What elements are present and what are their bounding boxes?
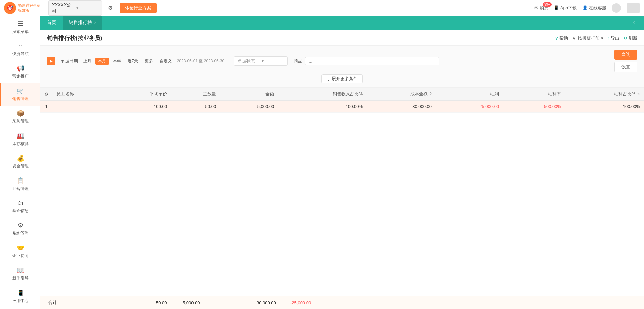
shortcut-icon: ⌂ (19, 43, 23, 50)
trial-button[interactable]: 体验行业方案 (120, 3, 157, 13)
sidebar-item-shortcut[interactable]: ⌂快捷导航 (0, 39, 40, 61)
settings-icon[interactable]: ⚙ (105, 3, 116, 13)
settings-button[interactable]: 设置 (614, 62, 637, 72)
sidebar-item-apps[interactable]: 📱应用中心 (0, 285, 40, 308)
cell-index: 1 (40, 101, 52, 113)
cell-amount: 5,000.00 (220, 101, 278, 113)
logo-text: 畅康通好生意 标准版 (18, 3, 40, 13)
cell-quantity: 50.00 (171, 101, 220, 113)
sidebar-item-guide[interactable]: 📖新手引导 (0, 263, 40, 285)
shortcut-label: 快捷导航 (12, 51, 29, 57)
apps-label: 应用中心 (12, 298, 29, 304)
tab-maximize-btn[interactable]: □ (638, 20, 641, 26)
date-opt-this-month[interactable]: 本月 (95, 58, 109, 65)
tab-close-icon[interactable]: × (94, 20, 96, 25)
date-range-display: 2023-06-01 至 2023-06-30 (177, 58, 224, 64)
sidebar-item-basic[interactable]: 🗂基础信息 (0, 196, 40, 218)
date-opt-prev-month[interactable]: 上月 (81, 58, 94, 65)
expand-label: 展开更多条件 (332, 76, 358, 82)
footer-label: 合计 (44, 300, 112, 306)
sidebar-item-search[interactable]: ☰搜索菜单 (0, 16, 40, 39)
sidebar-item-system[interactable]: ⚙系统管理 (0, 218, 40, 240)
sidebar-item-enterprise[interactable]: 🤝企业协同 (0, 240, 40, 263)
status-filter[interactable]: 单据状态 ▾ (234, 56, 288, 66)
sidebar-item-sales[interactable]: 🛒销售管理 (0, 83, 40, 106)
th-profit-rate: 毛利率 (503, 88, 565, 101)
status-label: 单据状态 (238, 58, 260, 64)
basic-label: 基础信息 (12, 208, 29, 214)
messages-badge: 99+ (543, 2, 552, 7)
footer-profit-val: -25,000.00 (286, 300, 320, 305)
avatar[interactable] (612, 3, 621, 13)
message-icon: ✉ (534, 5, 538, 10)
sidebar-item-purchase[interactable]: 📦采购管理 (0, 106, 40, 128)
refresh-button[interactable]: ↻ 刷新 (624, 35, 637, 41)
print-icon: 🖨 (572, 36, 576, 41)
app-download-button[interactable]: 📱 App下载 (554, 5, 577, 11)
help-icon: ? (555, 36, 558, 41)
cell-cost: 30,000.00 (367, 101, 436, 113)
filter-collapse-btn[interactable]: ▶ (47, 57, 55, 65)
online-service-button[interactable]: 👤 在线客服 (582, 5, 606, 11)
expand-button[interactable]: ⌄ 展开更多条件 (321, 74, 363, 83)
refresh-icon: ↻ (624, 36, 627, 41)
sales-icon: 🛒 (17, 87, 24, 95)
guide-label: 新手引导 (12, 275, 29, 281)
th-cost: 成本全额 ? (367, 88, 436, 101)
company-selector[interactable]: XXXXX公司 ▾ (48, 0, 102, 16)
tab-close-btn[interactable]: × (632, 20, 635, 26)
cell-sales-ratio: 100.00% (278, 101, 367, 113)
profit-ratio-sort-icon[interactable]: ⇅ (637, 92, 640, 96)
table-header: ⚙ 员工名称 平均单价 主数量 全额 销售收入占比% 成本全额 ? 毛利 毛利率 (40, 88, 644, 101)
operations-icon: 📋 (17, 177, 24, 185)
app-download-label: App下载 (560, 5, 577, 11)
tab-home[interactable]: 首页 (40, 16, 63, 30)
th-name: 员工名称 (52, 88, 112, 101)
date-opt-more[interactable]: 更多 (142, 58, 156, 65)
sidebar-item-marketing[interactable]: 📢营销推广 (0, 61, 40, 83)
filter-bar: ▶ 单据日期 上月 本月 本年 近7天 更多 自定义 2023-06-01 至 … (40, 46, 644, 88)
content-area: 首页 销售排行榜 × × □ 销售排行榜(按业务员) ? 帮助 (40, 16, 644, 309)
table-body: 1 100.00 50.00 5,000.00 100.00% 30,000.0… (40, 101, 644, 113)
date-opt-custom[interactable]: 自定义 (157, 58, 174, 65)
logo: 🎯 畅康通好生意 标准版 (4, 2, 44, 14)
print-button[interactable]: 🖨 按模板打印 ▾ (572, 35, 603, 41)
user-info[interactable] (627, 3, 640, 13)
date-opt-this-year[interactable]: 本年 (110, 58, 124, 65)
sidebar-item-wechat[interactable]: 💬企业微信 (0, 308, 40, 309)
tab-label: 销售排行榜 (69, 20, 92, 26)
search-icon: ☰ (18, 20, 23, 28)
operations-label: 经营管理 (12, 186, 29, 192)
sales-label: 销售管理 (12, 96, 29, 102)
apps-icon: 📱 (17, 289, 24, 297)
tab-bar: 首页 销售排行榜 × × □ (40, 16, 644, 30)
date-options: 上月 本月 本年 近7天 更多 自定义 (81, 58, 174, 65)
help-button[interactable]: ? 帮助 (555, 35, 568, 41)
export-icon: ↑ (607, 36, 610, 41)
online-service-label: 在线客服 (589, 5, 606, 11)
page-header-actions: ? 帮助 🖨 按模板打印 ▾ ↑ 导出 ↻ 刷新 (555, 35, 637, 41)
sidebar-item-inventory[interactable]: 🏭库存核算 (0, 128, 40, 151)
marketing-icon: 📢 (17, 65, 24, 72)
date-opt-7days[interactable]: 近7天 (125, 58, 141, 65)
cell-profit: -25,000.00 (436, 101, 503, 113)
th-profit: 毛利 (436, 88, 503, 101)
sidebar-item-finance[interactable]: 💰资金管理 (0, 151, 40, 173)
download-icon: 📱 (554, 5, 559, 10)
goods-filter[interactable]: ... (305, 57, 439, 65)
tab-sales-ranking[interactable]: 销售排行榜 × (63, 16, 102, 30)
query-button[interactable]: 查询 (614, 50, 637, 60)
export-button[interactable]: ↑ 导出 (607, 35, 620, 41)
inventory-label: 库存核算 (12, 141, 29, 147)
cost-help-icon[interactable]: ? (429, 92, 432, 96)
sidebar-item-operations[interactable]: 📋经营管理 (0, 173, 40, 196)
company-name: XXXXX公司 (52, 2, 74, 14)
print-arrow: ▾ (601, 36, 603, 41)
date-filter-label: 单据日期 (60, 58, 78, 64)
cell-name (52, 101, 112, 113)
messages-button[interactable]: ✉ 消息 99+ (534, 5, 548, 11)
th-avg-price: 平均单价 (112, 88, 171, 101)
tab-bar-right: × □ (632, 20, 644, 26)
cell-avg-price: 100.00 (112, 101, 171, 113)
main-layout: ☰搜索菜单⌂快捷导航📢营销推广🛒销售管理📦采购管理🏭库存核算💰资金管理📋经营管理… (0, 16, 644, 309)
